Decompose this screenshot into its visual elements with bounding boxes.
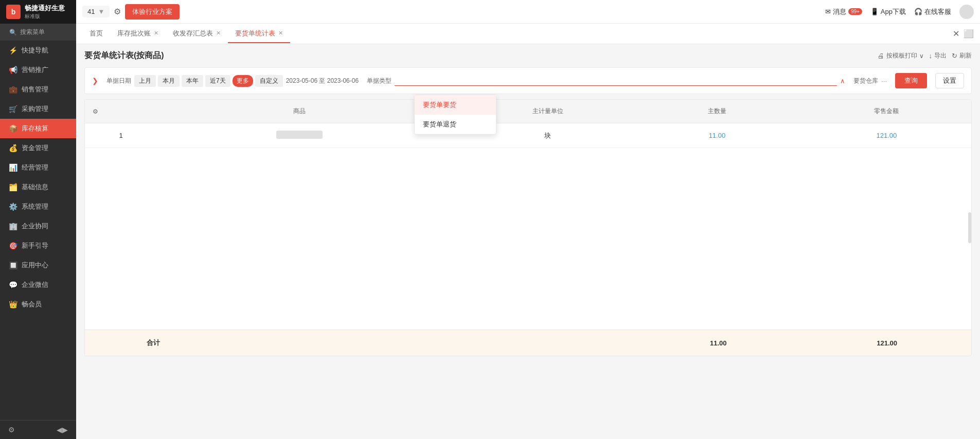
finance-icon: 💰 [8, 143, 17, 153]
trial-button[interactable]: 体验行业方案 [125, 4, 180, 20]
message-item[interactable]: ✉ 消息 99+ [825, 7, 862, 16]
tab-collect[interactable]: 收发存汇总表 ✕ [166, 25, 228, 43]
nav-label-appstore: 应用中心 [22, 261, 48, 270]
nav-label-purchase: 采购管理 [22, 104, 48, 114]
tab-restore-icon[interactable]: ⬜ [964, 29, 974, 39]
warehouse-filter-label: 要货仓库 [853, 77, 878, 85]
type-chevron-up-icon[interactable]: ∧ [840, 77, 845, 85]
col-header-qty: 主数量 [632, 104, 801, 119]
close-tab-collect[interactable]: ✕ [216, 30, 221, 36]
tab-close-all-icon[interactable]: ✕ [953, 29, 959, 39]
date-btn-this-year[interactable]: 本年 [182, 75, 203, 87]
store-selector[interactable]: 41 ▼ [82, 6, 110, 17]
sidebar-item-guide[interactable]: 🎯 新手引导 [0, 236, 76, 255]
date-btn-custom[interactable]: 自定义 [255, 75, 283, 87]
date-btn-prev-month[interactable]: 上月 [134, 75, 156, 87]
tab-order-stats[interactable]: 要货单统计表 ✕ [228, 25, 290, 43]
tab-bar: 首页 库存批次账 ✕ 收发存汇总表 ✕ 要货单统计表 ✕ ✕ ⬜ [76, 24, 980, 44]
sidebar-settings-icon[interactable]: ⚙ [8, 426, 15, 434]
page-content: 要货单统计表(按商品) 🖨 按模板打印 ∨ ↓ 导出 ↻ 刷新 ❯ [76, 44, 980, 439]
col-header-amount: 零售金额 [802, 104, 971, 119]
dropdown-item-order-goods[interactable]: 要货单要货 [415, 95, 496, 115]
online-service-label: 在线客服 [924, 7, 951, 16]
sidebar-item-basic[interactable]: 🗂️ 基础信息 [0, 177, 76, 197]
footer-qty: 11.00 [634, 336, 803, 350]
header-settings-icon[interactable]: ⚙ [114, 7, 121, 16]
nav-label-member: 畅会员 [22, 300, 42, 309]
tab-order-stats-label: 要货单统计表 [235, 29, 275, 38]
date-btn-this-month[interactable]: 本月 [158, 75, 180, 87]
date-btn-more[interactable]: 更多 [233, 75, 253, 87]
store-name: 41 [87, 8, 95, 15]
settings-row-button[interactable]: 设置 [935, 73, 964, 88]
app-download-label: App下载 [881, 7, 906, 16]
footer-unit [466, 340, 634, 346]
app-download-item[interactable]: 📱 App下载 [870, 7, 906, 16]
sidebar: b 畅捷通好生意 标准版 🔍 搜索菜单 ⚡ 快捷导航 📢 营销推广 💼 销售管理… [0, 0, 76, 439]
nav-label-quick-nav: 快捷导航 [22, 46, 48, 55]
page-title: 要货单统计表(按商品) [84, 50, 164, 61]
type-filter-group: 单据类型 ∧ [367, 76, 845, 86]
table-row: 1 块 11.00 121.00 [85, 123, 971, 148]
expand-filter-icon[interactable]: ❯ [92, 77, 98, 85]
sidebar-item-quick-nav[interactable]: ⚡ 快捷导航 [0, 41, 76, 60]
message-badge: 99+ [848, 8, 862, 15]
page-title-row: 要货单统计表(按商品) 🖨 按模板打印 ∨ ↓ 导出 ↻ 刷新 [84, 50, 972, 61]
nav-label-enterprise: 企业协同 [22, 222, 48, 231]
sidebar-item-purchase[interactable]: 🛒 采购管理 [0, 99, 76, 119]
sidebar-item-sales[interactable]: 💼 销售管理 [0, 80, 76, 99]
sidebar-item-wecom[interactable]: 💬 企业微信 [0, 275, 76, 295]
col-header-settings[interactable]: ⚙ [85, 105, 105, 118]
refresh-label: 刷新 [959, 51, 972, 60]
sidebar-item-finance[interactable]: 💰 资金管理 [0, 138, 76, 158]
data-table: ⚙ 商品 主计量单位 主数量 零售金额 1 块 11.00 121.00 [84, 99, 972, 356]
print-chevron-icon: ∨ [919, 52, 924, 60]
brand-main: 畅捷通好生意 [25, 4, 65, 13]
date-btn-7days[interactable]: 近7天 [205, 75, 230, 87]
print-button[interactable]: 🖨 按模板打印 ∨ [878, 51, 924, 60]
brand-text: 畅捷通好生意 标准版 [25, 4, 65, 20]
product-placeholder [276, 131, 323, 139]
top-header-right: ✉ 消息 99+ 📱 App下载 🎧 在线客服 [825, 5, 974, 19]
query-button[interactable]: 查询 [895, 73, 927, 88]
sidebar-search[interactable]: 🔍 搜索菜单 [0, 24, 76, 41]
warehouse-filter-group: 要货仓库 ··· [853, 77, 887, 85]
warehouse-more-icon[interactable]: ··· [881, 77, 887, 85]
date-filter-group: 单据日期 上月 本月 本年 近7天 更多 自定义 2023-05-06 至 20… [106, 75, 359, 87]
table-footer: 合计 11.00 121.00 [85, 330, 971, 356]
online-service-item[interactable]: 🎧 在线客服 [914, 7, 951, 16]
footer-no [105, 340, 136, 346]
type-filter-input[interactable] [395, 76, 837, 86]
sidebar-item-inventory[interactable]: 📦 库存核算 [0, 119, 76, 138]
search-icon: 🔍 [9, 29, 17, 36]
purchase-icon: 🛒 [8, 104, 17, 114]
tab-home[interactable]: 首页 [82, 25, 110, 43]
sidebar-item-member[interactable]: 👑 畅会员 [0, 295, 76, 314]
sidebar-item-system[interactable]: ⚙️ 系统管理 [0, 197, 76, 216]
main-area: 41 ▼ ⚙ 体验行业方案 ✉ 消息 99+ 📱 App下载 🎧 在线客服 [76, 0, 980, 439]
nav-label-sales: 销售管理 [22, 85, 48, 94]
user-avatar[interactable] [959, 5, 974, 19]
sidebar-collapse-icon[interactable]: ◀▶ [57, 426, 68, 434]
scroll-handle[interactable] [968, 212, 971, 243]
refresh-button[interactable]: ↻ 刷新 [952, 51, 972, 60]
nav-label-inventory: 库存核算 [22, 124, 48, 133]
sidebar-item-operations[interactable]: 📊 经营管理 [0, 158, 76, 177]
print-label: 按模板打印 [886, 51, 917, 60]
table-header: ⚙ 商品 主计量单位 主数量 零售金额 [85, 100, 971, 123]
tab-batch[interactable]: 库存批次账 ✕ [110, 25, 166, 43]
print-icon: 🖨 [878, 52, 884, 60]
export-button[interactable]: ↓ 导出 [929, 51, 947, 60]
tab-bar-actions: ✕ ⬜ [953, 29, 974, 39]
inventory-icon: 📦 [8, 124, 17, 133]
app-logo: b [6, 5, 21, 19]
sidebar-item-enterprise[interactable]: 🏢 企业协同 [0, 216, 76, 236]
row-no: 1 [105, 129, 136, 142]
close-tab-batch[interactable]: ✕ [154, 30, 158, 36]
sidebar-item-appstore[interactable]: 🔲 应用中心 [0, 255, 76, 275]
message-label: 消息 [833, 7, 846, 16]
sidebar-item-marketing[interactable]: 📢 营销推广 [0, 60, 76, 80]
close-tab-order-stats[interactable]: ✕ [278, 30, 283, 36]
dropdown-item-order-return[interactable]: 要货单退货 [415, 115, 496, 134]
tab-batch-label: 库存批次账 [117, 29, 151, 38]
